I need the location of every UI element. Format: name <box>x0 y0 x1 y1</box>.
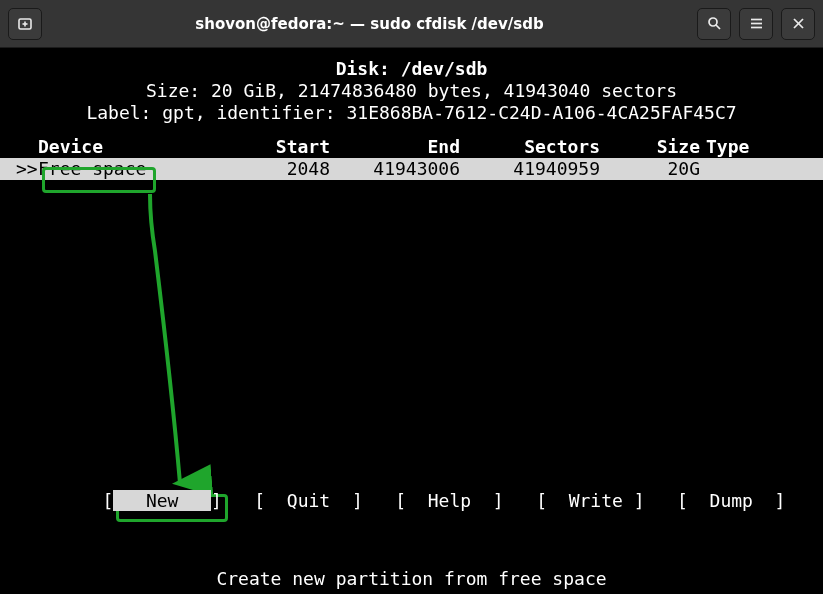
titlebar-right-controls <box>697 8 815 40</box>
col-size: Size <box>600 136 700 158</box>
status-line: Create new partition from free space <box>0 568 823 590</box>
svg-line-9 <box>794 19 803 28</box>
menu-write[interactable]: [ Write ] <box>536 490 644 512</box>
menu-help[interactable]: [ Help ] <box>395 490 503 512</box>
disk-size-line: Size: 20 GiB, 21474836480 bytes, 4194304… <box>0 80 823 102</box>
terminal-window: shovon@fedora:~ — sudo cfdisk /dev/sdb <box>0 0 823 594</box>
cell-sectors: 41940959 <box>460 158 600 180</box>
col-device: Device <box>10 136 210 158</box>
svg-point-3 <box>709 18 717 26</box>
table-row[interactable]: >>Free space 2048 41943006 41940959 20G <box>0 158 823 180</box>
new-tab-button[interactable] <box>8 8 42 40</box>
cell-start: 2048 <box>210 158 330 180</box>
close-icon <box>792 17 805 30</box>
menu-dump[interactable]: [ Dump ] <box>677 490 785 512</box>
window-title: shovon@fedora:~ — sudo cfdisk /dev/sdb <box>50 15 689 33</box>
col-sectors: Sectors <box>460 136 600 158</box>
annotation-arrow <box>100 191 220 511</box>
svg-line-4 <box>716 25 720 29</box>
titlebar: shovon@fedora:~ — sudo cfdisk /dev/sdb <box>0 0 823 48</box>
cursor-marker: >> <box>10 158 38 180</box>
cell-type <box>700 158 813 180</box>
menu-write-label: Write <box>569 490 623 511</box>
hamburger-icon <box>749 16 764 31</box>
table-header: Device Start End Sectors Size Type <box>0 136 823 158</box>
menu-help-label: Help <box>428 490 471 511</box>
svg-rect-0 <box>19 19 31 29</box>
cell-device-text: Free space <box>38 158 146 179</box>
close-button[interactable] <box>781 8 815 40</box>
menu-button[interactable] <box>739 8 773 40</box>
search-button[interactable] <box>697 8 731 40</box>
menu-quit-label: Quit <box>287 490 330 511</box>
disk-label-line: Label: gpt, identifier: 31E868BA-7612-C2… <box>0 102 823 124</box>
new-tab-icon <box>17 16 33 32</box>
cell-end: 41943006 <box>330 158 460 180</box>
disk-heading: Disk: /dev/sdb <box>0 58 823 80</box>
action-menu: [ New ] [ Quit ] [ Help ] [ Write ] [ Du… <box>0 468 823 534</box>
cell-size: 20G <box>600 158 700 180</box>
col-type: Type <box>700 136 813 158</box>
col-start: Start <box>210 136 330 158</box>
cell-device: >>Free space <box>10 158 210 180</box>
col-end: End <box>330 136 460 158</box>
menu-dump-label: Dump <box>710 490 753 511</box>
terminal-body[interactable]: Disk: /dev/sdb Size: 20 GiB, 21474836480… <box>0 48 823 594</box>
menu-new[interactable]: [ New ] <box>103 490 222 512</box>
menu-new-label: New <box>146 490 179 511</box>
menu-quit[interactable]: [ Quit ] <box>254 490 362 512</box>
search-icon <box>707 16 722 31</box>
svg-line-8 <box>794 19 803 28</box>
